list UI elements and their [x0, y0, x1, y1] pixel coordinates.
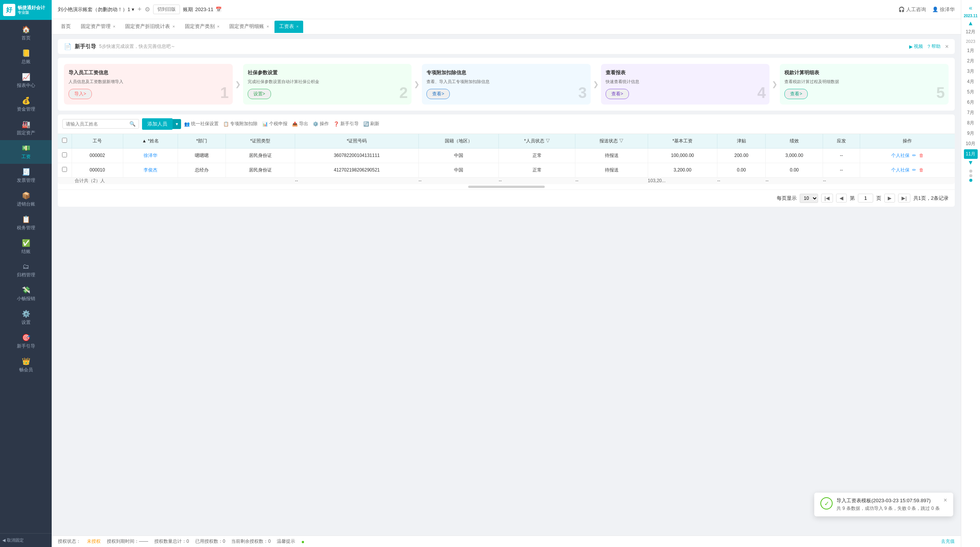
action-刷新[interactable]: 🔄刷新 [363, 121, 379, 127]
guide-help-btn[interactable]: ? 帮助 [928, 43, 941, 50]
add-account-btn[interactable]: + [137, 5, 142, 13]
action-统一社保设置[interactable]: 👥统一社保设置 [184, 121, 219, 127]
sidebar-item-小畅报销[interactable]: 💸小畅报销 [0, 282, 52, 306]
step-btn-3[interactable]: 查看> [426, 89, 450, 99]
panel-expand-btn[interactable]: « [969, 3, 972, 13]
calendar-month-12月[interactable]: 12月 [964, 27, 978, 37]
calendar-icon[interactable]: 📅 [216, 7, 222, 12]
nav-dot-1[interactable] [969, 174, 972, 177]
scroll-bar[interactable] [468, 186, 545, 188]
sidebar-item-新手引导[interactable]: 🎯新手引导 [0, 330, 52, 353]
calendar-month-3月[interactable]: 3月 [964, 67, 978, 76]
search-icon[interactable]: 🔍 [129, 121, 136, 127]
action-个税申报[interactable]: 📊个税申报 [262, 121, 287, 127]
search-input[interactable] [66, 121, 127, 127]
select-all-checkbox[interactable] [62, 138, 67, 143]
delete-btn[interactable]: 🗑 [919, 153, 924, 158]
ai-service-btn[interactable]: 🎧 人工咨询 [898, 6, 926, 13]
action-icon: 📤 [292, 121, 298, 127]
tab-close-icon[interactable]: × [266, 24, 269, 29]
sidebar-item-归档管理[interactable]: 🗂归档管理 [0, 259, 52, 282]
personal-insurance-btn[interactable]: 个人社保 [891, 153, 910, 158]
step-btn-2[interactable]: 设置> [248, 89, 271, 99]
sidebar-item-固定资产[interactable]: 🏭固定资产 [0, 116, 52, 140]
add-person-dropdown-btn[interactable]: ▾ [173, 119, 181, 129]
personal-insurance-btn[interactable]: 个人社保 [891, 167, 910, 173]
scroll-hint [58, 184, 955, 189]
tab-首页[interactable]: 首页 [56, 21, 75, 33]
tab-close-icon[interactable]: × [172, 24, 175, 29]
nav-dot-2[interactable] [969, 179, 972, 182]
prev-page-btn[interactable]: ◀ [836, 194, 847, 202]
action-操作[interactable]: ⚙️操作 [313, 121, 329, 127]
sidebar-item-首页[interactable]: 🏠首页 [0, 21, 52, 45]
edit-btn[interactable]: ✏ [912, 153, 916, 158]
tab-固定资产折旧统计表[interactable]: 固定资产折旧统计表× [121, 21, 179, 33]
name-link[interactable]: 徐泽华 [144, 153, 157, 158]
sidebar-item-进销台账[interactable]: 📦进销台账 [0, 188, 52, 211]
calendar-month-5月[interactable]: 5月 [964, 87, 978, 97]
recharge-btn[interactable]: 去充值 [941, 538, 955, 545]
calendar-month-7月[interactable]: 7月 [964, 108, 978, 118]
tab-close-icon[interactable]: × [296, 24, 299, 29]
sidebar-item-设置[interactable]: ⚙️设置 [0, 306, 52, 330]
calendar-month-1月[interactable]: 1月 [964, 46, 978, 56]
next-page-btn[interactable]: ▶ [884, 194, 895, 202]
tab-固定资产管理[interactable]: 固定资产管理× [76, 21, 120, 33]
first-page-btn[interactable]: |◀ [821, 194, 833, 202]
calendar-month-10月[interactable]: 10月 [964, 139, 978, 149]
step-btn-5[interactable]: 查看> [784, 89, 808, 99]
row-checkbox[interactable] [62, 152, 67, 157]
toast-close-btn[interactable]: × [944, 497, 947, 503]
row-idnum: 360782200104131111 [295, 148, 419, 163]
delete-btn[interactable]: 🗑 [919, 167, 924, 173]
search-wrap: 🔍 [62, 119, 139, 129]
per-page-select[interactable]: 10 20 50 [800, 194, 818, 203]
settings-gear-icon[interactable]: ⚙ [145, 6, 150, 13]
step-btn-1[interactable]: 导入> [69, 89, 92, 99]
guide-video-btn[interactable]: ▶ 视频 [909, 43, 923, 50]
tab-工资表[interactable]: 工资表× [274, 21, 303, 33]
calendar-month-11月[interactable]: 11月 [964, 149, 978, 159]
action-专项附加扣除[interactable]: 📋专项附加扣除 [223, 121, 258, 127]
salary-table: 工号 ▲ *姓名 *部门 *证照类型 *证照号码 国籍（地区） *人员状态 ▽ … [58, 134, 955, 184]
calendar-month-2月[interactable]: 2月 [964, 56, 978, 66]
tab-固定资产类别[interactable]: 固定资产类别× [180, 21, 224, 33]
edit-btn[interactable]: ✏ [912, 167, 916, 173]
user-menu[interactable]: 👤 徐泽华 [932, 6, 955, 13]
action-导出[interactable]: 📤导出 [292, 121, 308, 127]
calendar-month-6月[interactable]: 6月 [964, 98, 978, 107]
account-selector[interactable]: 刘小艳演示账套（勿删勿动！）1 ▾ [58, 6, 134, 13]
row-gross: -- [823, 148, 860, 163]
tab-close-icon[interactable]: × [113, 24, 115, 29]
sidebar-item-税务管理[interactable]: 📋税务管理 [0, 211, 52, 235]
add-person-btn[interactable]: 添加人员 [142, 118, 173, 130]
calendar-month-4月[interactable]: 4月 [964, 77, 978, 87]
sidebar-item-资金管理[interactable]: 💰资金管理 [0, 93, 52, 116]
step-btn-4[interactable]: 查看> [606, 89, 629, 99]
calendar-month-8月[interactable]: 8月 [964, 118, 978, 128]
sidebar-item-发票管理[interactable]: 🧾发票管理 [0, 164, 52, 188]
guide-close-btn[interactable]: × [945, 43, 949, 50]
tab-固定资产明细账[interactable]: 固定资产明细账× [225, 21, 273, 33]
calendar-month-9月[interactable]: 9月 [964, 129, 978, 138]
calendar-month-2023[interactable]: 2023 [964, 38, 978, 45]
row-checkbox[interactable] [62, 167, 67, 172]
step-item-4: 查看报表 快速查看统计信息 查看> 4 [601, 64, 770, 105]
calendar-nav-up[interactable]: ▲ [968, 20, 974, 26]
calendar-nav-down[interactable]: ▼ [968, 160, 974, 166]
switch-version-btn[interactable]: 切到旧版 [153, 5, 180, 14]
sidebar-item-结账[interactable]: ✅结账 [0, 235, 52, 259]
sidebar-item-报表中心[interactable]: 📈报表中心 [0, 69, 52, 93]
cancel-fixed-btn[interactable]: ◀ 取消固定 [2, 537, 49, 543]
sidebar-item-工资[interactable]: 💵工资 [0, 140, 52, 164]
name-link[interactable]: 李俊杰 [144, 167, 157, 173]
sidebar-item-总账[interactable]: 📒总账 [0, 45, 52, 69]
nav-dot-0[interactable] [969, 170, 972, 173]
action-新手引导[interactable]: ❓新手引导 [333, 121, 359, 127]
page-number-input[interactable] [858, 194, 873, 202]
sidebar-item-畅会员[interactable]: 👑畅会员 [0, 353, 52, 377]
table-wrap: 工号 ▲ *姓名 *部门 *证照类型 *证照号码 国籍（地区） *人员状态 ▽ … [58, 134, 955, 184]
last-page-btn[interactable]: ▶| [898, 194, 910, 202]
tab-close-icon[interactable]: × [217, 24, 219, 29]
